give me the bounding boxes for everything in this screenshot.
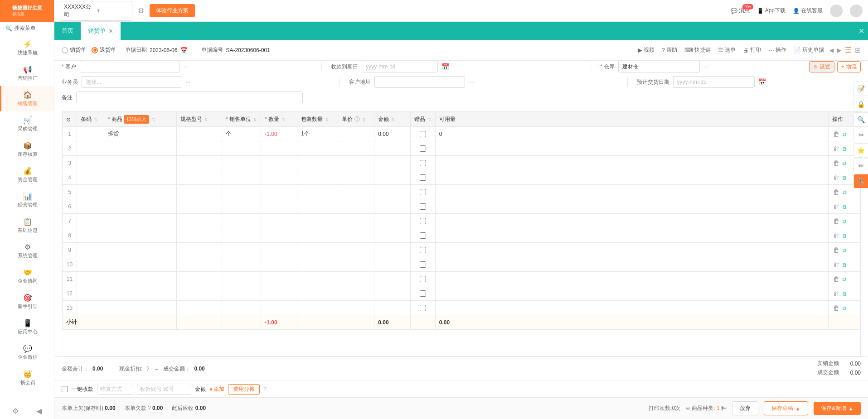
- row-amount[interactable]: [374, 257, 411, 272]
- row-spec[interactable]: [177, 286, 222, 301]
- nav-next-icon[interactable]: ▶: [837, 47, 841, 53]
- trial-button[interactable]: 体验行业方案: [150, 4, 195, 17]
- row-unit[interactable]: [222, 170, 261, 185]
- row-qty[interactable]: [261, 156, 297, 170]
- row-unit[interactable]: [222, 141, 261, 156]
- row-price[interactable]: [338, 272, 374, 286]
- row-qty[interactable]: [261, 286, 297, 301]
- row-amount[interactable]: [374, 156, 411, 170]
- gear-icon[interactable]: ⚙: [138, 6, 144, 15]
- sidebar-item-sales[interactable]: 🏠 销售管理: [0, 86, 54, 111]
- draft-button[interactable]: 保存草稿 ▲: [764, 401, 808, 415]
- sidebar-item-wechat[interactable]: 💬 企业微信: [0, 340, 54, 365]
- th-settings[interactable]: ⊙: [63, 112, 77, 127]
- save-new-button[interactable]: 保存&新增 ▲: [814, 402, 861, 415]
- gift-checkbox[interactable]: [420, 189, 426, 195]
- row-spec[interactable]: [177, 199, 222, 214]
- sidebar-item-operations[interactable]: 📊 经营管理: [0, 188, 54, 213]
- row-gift[interactable]: [411, 199, 435, 214]
- delete-row-icon[interactable]: 🗑: [832, 174, 840, 181]
- row-barcode[interactable]: [77, 199, 104, 214]
- row-qty[interactable]: [261, 199, 297, 214]
- row-amount[interactable]: [374, 214, 411, 228]
- row-barcode[interactable]: [77, 156, 104, 170]
- salesperson-input[interactable]: [82, 76, 181, 88]
- row-amount[interactable]: [374, 170, 411, 185]
- tab-close-icon[interactable]: ✕: [108, 28, 113, 34]
- row-product[interactable]: [104, 228, 177, 243]
- row-pkg-qty[interactable]: [297, 199, 338, 214]
- row-pkg-qty[interactable]: [297, 272, 338, 286]
- row-amount[interactable]: [374, 301, 411, 315]
- row-qty[interactable]: [261, 185, 297, 199]
- row-product[interactable]: [104, 199, 177, 214]
- copy-row-icon[interactable]: ⧉: [842, 189, 848, 196]
- row-pkg-qty[interactable]: 1个: [297, 127, 338, 141]
- row-pkg-qty[interactable]: [297, 170, 338, 185]
- copy-row-icon[interactable]: ⧉: [842, 247, 848, 254]
- expected-date-calendar-icon[interactable]: 📅: [758, 78, 766, 86]
- row-product[interactable]: [104, 170, 177, 185]
- sidebar-item-basic[interactable]: 📋 基础信息: [0, 213, 54, 238]
- gift-checkbox[interactable]: [420, 247, 426, 253]
- delete-row-icon[interactable]: 🗑: [832, 145, 840, 152]
- row-price[interactable]: [338, 156, 374, 170]
- row-spec[interactable]: [177, 257, 222, 272]
- delete-row-icon[interactable]: 🗑: [832, 217, 840, 225]
- row-product[interactable]: [104, 243, 177, 257]
- addr-dots-icon[interactable]: ···: [469, 79, 475, 85]
- scan-barcode-button[interactable]: 扫码录入: [124, 115, 149, 124]
- row-unit[interactable]: [222, 301, 261, 315]
- row-barcode[interactable]: [77, 257, 104, 272]
- payment-method-input[interactable]: [97, 384, 133, 395]
- row-qty[interactable]: [261, 141, 297, 156]
- row-pkg-qty[interactable]: [297, 301, 338, 315]
- row-spec[interactable]: [177, 214, 222, 228]
- sort-qty-icon[interactable]: ⇅: [282, 117, 286, 122]
- row-qty[interactable]: [261, 214, 297, 228]
- sort-pkg-icon[interactable]: ⇅: [325, 117, 329, 122]
- customer-addr-input[interactable]: [374, 76, 465, 88]
- video-btn[interactable]: ▶ 视频: [636, 45, 656, 55]
- row-product[interactable]: [104, 272, 177, 286]
- row-price[interactable]: [338, 243, 374, 257]
- row-price[interactable]: [338, 127, 374, 141]
- row-barcode[interactable]: [77, 170, 104, 185]
- nav-prev-icon[interactable]: ◀: [829, 47, 834, 53]
- row-pkg-qty[interactable]: [297, 228, 338, 243]
- row-barcode[interactable]: [77, 286, 104, 301]
- sidebar-item-member[interactable]: 👑 畅会员: [0, 365, 54, 390]
- row-qty[interactable]: [261, 170, 297, 185]
- row-barcode[interactable]: [77, 141, 104, 156]
- row-amount[interactable]: [374, 199, 411, 214]
- delete-row-icon[interactable]: 🗑: [832, 290, 840, 297]
- sidebar-item-enterprise[interactable]: 🤝 企业协同: [0, 264, 54, 289]
- message-icon-btn[interactable]: 💬 消息 99+: [731, 7, 750, 14]
- right-panel-cut-btn[interactable]: ✂: [853, 128, 868, 142]
- copy-row-icon[interactable]: ⧉: [842, 276, 848, 283]
- copy-row-icon[interactable]: ⧉: [842, 218, 848, 225]
- row-unit[interactable]: [222, 214, 261, 228]
- row-price[interactable]: [338, 301, 374, 315]
- right-panel-note-btn[interactable]: 📝: [853, 82, 868, 96]
- price-info-icon[interactable]: ⓘ: [354, 116, 360, 122]
- row-product[interactable]: [104, 156, 177, 170]
- calendar-icon[interactable]: 📅: [180, 47, 188, 54]
- delete-row-icon[interactable]: 🗑: [832, 159, 840, 167]
- row-barcode[interactable]: [77, 127, 104, 141]
- row-gift[interactable]: [411, 301, 435, 315]
- row-gift[interactable]: [411, 257, 435, 272]
- row-unit[interactable]: [222, 286, 261, 301]
- row-qty[interactable]: [261, 243, 297, 257]
- row-pkg-qty[interactable]: [297, 286, 338, 301]
- row-unit[interactable]: [222, 185, 261, 199]
- row-gift[interactable]: [411, 214, 435, 228]
- row-spec[interactable]: [177, 228, 222, 243]
- online-service-btn[interactable]: 👤 在线客服: [793, 7, 823, 14]
- row-price[interactable]: [338, 141, 374, 156]
- row-qty[interactable]: [261, 228, 297, 243]
- row-pkg-qty[interactable]: [297, 156, 338, 170]
- row-unit[interactable]: [222, 228, 261, 243]
- settings-button[interactable]: ⊙ 设置: [809, 61, 834, 72]
- add-payment-button[interactable]: ● 添加: [209, 385, 224, 393]
